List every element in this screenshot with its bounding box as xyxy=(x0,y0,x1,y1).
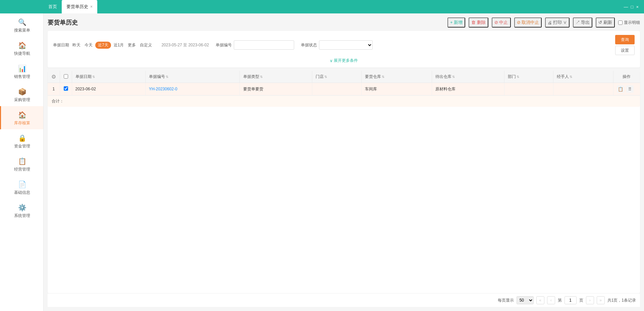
date-btn-yesterday[interactable]: 昨天 xyxy=(71,42,82,49)
td-checkbox[interactable] xyxy=(60,83,72,95)
date-range-label: 单据日期 xyxy=(53,42,69,48)
table-container: ⚙ 单据日期 ⇅ 单据编号 xyxy=(48,71,640,293)
expand-more-button[interactable]: ∨ 展开更多条件 xyxy=(53,58,635,63)
sort-handler-icon: ⇅ xyxy=(570,75,572,79)
th-handler[interactable]: 经手人 ⇅ xyxy=(553,71,613,83)
last-page-button[interactable]: » xyxy=(597,296,605,304)
row-action-icons: 📋 ⠿ xyxy=(617,85,637,93)
tab-requisition-history-label: 要货单历史 xyxy=(66,4,88,10)
expand-more-label: 展开更多条件 xyxy=(334,58,358,63)
sidebar-item-system-mgmt[interactable]: ⚙️ 系统管理 xyxy=(0,199,43,222)
cancel-stop-button[interactable]: ⊘ 取消中止 xyxy=(514,17,542,28)
pagination-bar: 每页显示 50 10 20 100 « ‹ 第 页 › » 共1页，1条记录 xyxy=(48,293,640,307)
sort-bill-type-icon: ⇅ xyxy=(260,75,263,79)
sidebar-item-system-mgmt-label: 系统管理 xyxy=(14,213,30,219)
row-more-icon[interactable]: ⠿ xyxy=(626,85,634,93)
tab-home-label: 首页 xyxy=(48,4,57,10)
th-department[interactable]: 部门 ⇅ xyxy=(504,71,553,83)
sidebar-item-purchase-mgmt[interactable]: 📦 采购管理 xyxy=(0,83,43,106)
prev-page-button[interactable]: ‹ xyxy=(547,296,555,304)
sidebar: 🔍 搜索菜单 🏠 快捷导航 📊 销售管理 📦 采购管理 🏠 库存核算 🔒 资金管… xyxy=(0,13,44,311)
td-row-num: 1 xyxy=(48,83,60,95)
page-title: 要货单历史 xyxy=(48,18,447,27)
filter-status-item: 单据状态 xyxy=(301,40,373,50)
th-actions: 操作 xyxy=(613,71,640,83)
toolbar: + 新增 🗑 删除 ⊘ 中止 ⊘ 取消中止 🖨 🖨 打印 打印 ∨ ↗ 导出 ↺… xyxy=(447,17,640,28)
sidebar-item-quick-nav-label: 快捷导航 xyxy=(14,51,30,56)
sidebar-item-basic-info-label: 基础信息 xyxy=(14,190,30,195)
th-bill-date[interactable]: 单据日期 ⇅ xyxy=(72,71,145,83)
query-button[interactable]: 查询 xyxy=(615,35,635,44)
th-store[interactable]: 门店 ⇅ xyxy=(312,71,361,83)
td-department xyxy=(504,83,553,95)
sort-bill-no-icon: ⇅ xyxy=(166,75,168,79)
date-btn-custom[interactable]: 自定义 xyxy=(139,42,153,49)
td-bill-no: YH-20230602-0 xyxy=(145,83,240,95)
purchase-mgmt-icon: 📦 xyxy=(18,88,26,96)
sort-req-warehouse-icon: ⇅ xyxy=(382,75,384,79)
filter-date-item: 单据日期 昨天 今天 近7天 近1月 更多 自定义 xyxy=(53,42,153,49)
date-btn-today[interactable]: 今天 xyxy=(83,42,94,49)
page-size-select[interactable]: 50 10 20 100 xyxy=(517,296,534,304)
sidebar-item-inventory-label: 库存核算 xyxy=(14,120,30,126)
date-range-value: 2023-05-27 至 2023-06-02 xyxy=(161,42,209,48)
tab-home[interactable]: 首页 xyxy=(44,0,62,13)
first-page-button[interactable]: « xyxy=(536,296,544,304)
sidebar-item-search-menu-label: 搜索菜单 xyxy=(14,28,30,33)
sidebar-item-inventory[interactable]: 🏠 库存核算 xyxy=(0,106,43,129)
status-label: 单据状态 xyxy=(301,42,317,48)
date-btn-7days[interactable]: 近7天 xyxy=(95,42,111,49)
table-settings-icon[interactable]: ⚙ xyxy=(51,74,56,80)
status-select[interactable] xyxy=(319,40,373,50)
top-bar: 首页 要货单历史 × — □ × xyxy=(0,0,644,13)
delete-button[interactable]: 🗑 删除 xyxy=(469,17,488,28)
bill-no-link[interactable]: YH-20230602-0 xyxy=(149,87,177,91)
sort-pending-warehouse-icon: ⇅ xyxy=(452,75,455,79)
search-menu-icon: 🔍 xyxy=(18,18,26,26)
window-maximize-icon[interactable]: □ xyxy=(631,4,634,9)
tab-close-icon[interactable]: × xyxy=(90,4,93,9)
show-detail-checkbox[interactable] xyxy=(618,20,623,25)
date-btn-more[interactable]: 更多 xyxy=(126,42,137,49)
table-row: 1 2023-06-02 YH-20230602-0 要货单要货 车间库 原材料… xyxy=(48,83,640,95)
bill-no-input[interactable] xyxy=(234,40,294,50)
sidebar-item-finance-mgmt[interactable]: 🔒 资金管理 xyxy=(0,129,43,152)
sidebar-item-basic-info[interactable]: 📄 基础信息 xyxy=(0,176,43,199)
sidebar-item-quick-nav[interactable]: 🏠 快捷导航 xyxy=(0,37,43,60)
print-button[interactable]: 🖨 🖨 打印 打印 ∨ xyxy=(545,17,570,28)
refresh-button[interactable]: ↺ 刷新 xyxy=(596,17,615,28)
th-bill-type[interactable]: 单据类型 ⇅ xyxy=(240,71,312,83)
next-page-button[interactable]: › xyxy=(586,296,594,304)
tab-requisition-history[interactable]: 要货单历史 × xyxy=(62,0,97,13)
export-button[interactable]: ↗ 导出 xyxy=(573,17,593,28)
sidebar-item-search-menu[interactable]: 🔍 搜索菜单 xyxy=(0,13,43,37)
row-edit-icon[interactable]: 📋 xyxy=(617,85,624,93)
th-req-warehouse[interactable]: 要货仓库 ⇅ xyxy=(361,71,432,83)
td-req-warehouse: 车间库 xyxy=(361,83,432,95)
td-bill-type: 要货单要货 xyxy=(240,83,312,95)
td-bill-date: 2023-06-02 xyxy=(72,83,145,95)
page-label: 第 xyxy=(558,298,562,303)
th-pending-warehouse[interactable]: 待出仓库 ⇅ xyxy=(432,71,504,83)
bill-no-label: 单据编号 xyxy=(216,42,232,48)
sidebar-item-sales-mgmt[interactable]: 📊 销售管理 xyxy=(0,60,43,83)
add-button[interactable]: + 新增 xyxy=(447,17,465,28)
date-btn-1month[interactable]: 近1月 xyxy=(112,42,125,49)
sort-store-icon: ⇅ xyxy=(324,75,327,79)
th-bill-no[interactable]: 单据编号 ⇅ xyxy=(145,71,240,83)
window-minimize-icon[interactable]: — xyxy=(624,4,628,9)
select-all-checkbox[interactable] xyxy=(64,74,68,79)
row-checkbox[interactable] xyxy=(64,86,68,91)
window-close-icon[interactable]: × xyxy=(636,4,639,9)
sort-department-icon: ⇅ xyxy=(517,75,519,79)
sidebar-item-finance-mgmt-label: 资金管理 xyxy=(14,143,30,149)
date-range-buttons: 昨天 今天 近7天 近1月 更多 自定义 xyxy=(71,42,153,49)
setting-button[interactable]: 设置 xyxy=(615,46,635,55)
table-header-row: ⚙ 单据日期 ⇅ 单据编号 xyxy=(48,71,640,83)
data-table: ⚙ 单据日期 ⇅ 单据编号 xyxy=(48,71,640,95)
stop-button[interactable]: ⊘ 中止 xyxy=(492,17,511,28)
sidebar-item-operations-mgmt[interactable]: 📋 经营管理 xyxy=(0,152,43,176)
print-icon: 🖨 xyxy=(548,20,552,25)
show-detail-toggle[interactable]: 显示明细 xyxy=(618,20,640,26)
page-input[interactable] xyxy=(565,296,577,304)
